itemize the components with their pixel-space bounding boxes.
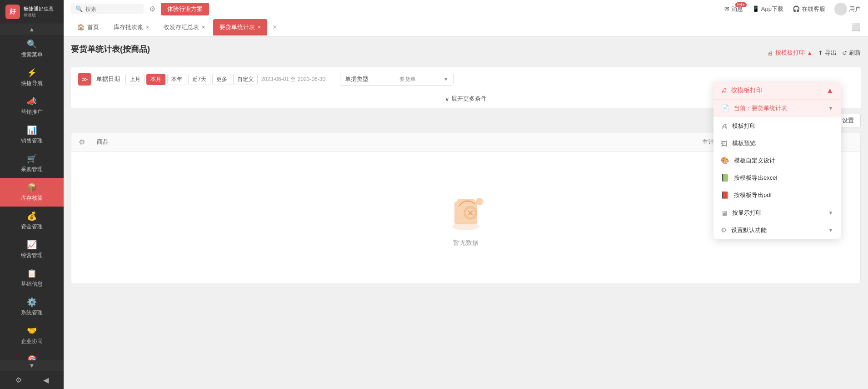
search-input[interactable]: [85, 6, 131, 12]
sidebar-item-search[interactable]: 🔍 搜索菜单: [0, 35, 64, 63]
current-template-arrow: ▼: [828, 105, 833, 111]
print-btn[interactable]: 🖨 按模板打印 ▲: [768, 49, 813, 57]
scroll-down-btn[interactable]: ▼: [0, 360, 64, 371]
export-pdf-item[interactable]: 📕 按模板导出pdf: [713, 187, 841, 204]
set-default-left: ⚙ 设置默认功能: [721, 226, 767, 234]
tab-close-all[interactable]: ×: [273, 23, 277, 31]
tab-order-stats[interactable]: 要货单统计表 ×: [213, 19, 267, 35]
app-badge: 标准版: [24, 12, 54, 18]
sidebar-item-operations[interactable]: 📈 经营管理: [0, 235, 64, 264]
app-download-item[interactable]: 📱 App下载: [752, 5, 783, 13]
phone-icon: 📱: [752, 5, 759, 12]
operations-icon: 📈: [27, 240, 37, 250]
export-pdf-label: 按模板导出pdf: [734, 191, 772, 199]
template-preview-item[interactable]: 🖼 模板预览: [713, 135, 841, 152]
topbar-search-box[interactable]: 🔍: [71, 4, 144, 14]
sidebar-item-label: 销售管理: [21, 137, 43, 145]
tab-close-receivable[interactable]: ×: [202, 24, 205, 30]
set-default-arrow: ▼: [828, 227, 833, 233]
page-title: 要货单统计表(按商品): [71, 44, 150, 55]
tab-batch[interactable]: 库存批次账 ×: [107, 19, 155, 35]
tab-close-order-stats[interactable]: ×: [258, 24, 261, 30]
sidebar-item-label: 采购管理: [21, 166, 43, 173]
display-print-icon: 🖥: [721, 209, 728, 217]
content-area: 要货单统计表(按商品) 🖨 按模板打印 ▲ ⬆ 导出 ↺ 刷新 ≫: [64, 36, 868, 389]
date-btn-custom[interactable]: 自定义: [233, 74, 258, 85]
online-service-item[interactable]: 🎧 在线客服: [793, 5, 825, 13]
template-preview-label: 模板预览: [732, 139, 756, 147]
col-product: 商品: [97, 138, 689, 147]
settings-btn[interactable]: ⚙: [15, 376, 22, 384]
sidebar-item-collab[interactable]: 🤝 企业协同: [0, 321, 64, 350]
search-icon: 🔍: [27, 39, 37, 49]
display-print-left: 🖥 按显示打印: [721, 209, 762, 217]
sidebar-logo: 好 畅捷通好生意 标准版: [0, 0, 64, 24]
export-pdf-icon: 📕: [721, 191, 729, 199]
date-btn-this-month[interactable]: 本月: [146, 74, 165, 85]
current-template-item[interactable]: 📄 当前：要货单统计表 ▼: [713, 100, 841, 117]
sidebar-item-basic[interactable]: 📋 基础信息: [0, 264, 64, 293]
sidebar-scroll: 🔍 搜索菜单 ⚡ 快捷导航 📣 营销推广 📊 销售管理 🛒 采购管理 📦 库存核…: [0, 35, 64, 360]
template-design-item[interactable]: 🎨 模板自定义设计: [713, 152, 841, 169]
print-dropdown: 🖨 按模板打印 ▲ 📄 当前：要货单统计表 ▼ 🖨 模板打印: [713, 82, 841, 239]
user-item[interactable]: 用户: [834, 3, 861, 15]
tab-close-batch[interactable]: ×: [146, 24, 149, 30]
sidebar-item-purchase[interactable]: 🛒 采购管理: [0, 149, 64, 178]
template-print-item[interactable]: 🖨 模板打印: [713, 117, 841, 135]
set-default-item[interactable]: ⚙ 设置默认功能 ▼: [713, 222, 841, 239]
collapse-btn[interactable]: ◀: [43, 376, 49, 384]
export-icon: ⬆: [818, 50, 823, 56]
empty-text: 暂无数据: [453, 239, 479, 247]
current-template-icon: 📄: [721, 104, 729, 112]
sidebar-item-quicknav[interactable]: ⚡ 快捷导航: [0, 63, 64, 92]
gear-icon[interactable]: ⚙: [149, 5, 155, 13]
export-btn[interactable]: ⬆ 导出: [818, 49, 837, 57]
refresh-label: 刷新: [849, 49, 861, 57]
table-settings-icon[interactable]: ⚙: [79, 138, 97, 147]
tab-receivable[interactable]: 收发存汇总表 ×: [157, 19, 211, 35]
sidebar-item-guide[interactable]: 🎯 新手引导: [0, 350, 64, 360]
print-dropdown-title-text: 按模板打印: [731, 86, 763, 95]
topbar-right: ✉ 消息 99+ 📱 App下载 🎧 在线客服 用户: [724, 3, 861, 15]
scroll-up-btn[interactable]: ▲: [0, 24, 64, 35]
filter-expand-icon[interactable]: ≫: [78, 73, 91, 86]
system-icon: ⚙️: [27, 297, 37, 307]
sidebar-item-inventory[interactable]: 📦 库存核算: [0, 178, 64, 207]
date-btn-more[interactable]: 更多: [212, 74, 231, 85]
sidebar: 好 畅捷通好生意 标准版 ▲ 🔍 搜索菜单 ⚡ 快捷导航 📣 营销推广 📊 销售…: [0, 0, 64, 389]
sidebar-item-label: 资金管理: [21, 223, 43, 231]
date-btn-this-year[interactable]: 本年: [167, 74, 186, 85]
messages-item[interactable]: ✉ 消息 99+: [724, 5, 743, 13]
print-arrow: ▲: [807, 50, 813, 56]
tab-label: 收发存汇总表: [164, 23, 199, 31]
expand-conditions-btn[interactable]: ∨ 展开更多条件: [445, 95, 487, 103]
sidebar-item-finance[interactable]: 💰 资金管理: [0, 207, 64, 235]
template-print-left: 🖨 模板打印: [721, 122, 756, 130]
set-default-label: 设置默认功能: [731, 226, 767, 234]
tab-home[interactable]: 🏠 首页: [71, 19, 105, 35]
export-excel-left: 📗 按模板导出excel: [721, 174, 777, 182]
display-print-item[interactable]: 🖥 按显示打印 ▼: [713, 204, 841, 222]
date-btn-last-month[interactable]: 上月: [125, 74, 145, 85]
date-btn-7days[interactable]: 近7天: [188, 74, 210, 85]
sidebar-item-label: 快捷导航: [21, 80, 43, 87]
refresh-btn[interactable]: ↺ 刷新: [842, 49, 861, 57]
order-type-dropdown[interactable]: 单据类型 要货单 ▼: [340, 73, 454, 86]
sidebar-item-system[interactable]: ⚙️ 系统管理: [0, 293, 64, 321]
app-name: 畅捷通好生意: [24, 5, 54, 12]
sidebar-item-sales[interactable]: 📊 销售管理: [0, 121, 64, 149]
top-action-bar: 🖨 按模板打印 ▲ ⬆ 导出 ↺ 刷新: [768, 49, 861, 57]
basic-icon: 📋: [27, 268, 37, 278]
template-design-icon: 🎨: [721, 157, 729, 165]
export-excel-item[interactable]: 📗 按模板导出excel: [713, 169, 841, 187]
messages-badge: 99+: [735, 2, 747, 7]
sidebar-item-label: 系统管理: [21, 309, 43, 317]
user-avatar: [834, 3, 847, 15]
sidebar-item-marketing[interactable]: 📣 营销推广: [0, 92, 64, 121]
purchase-icon: 🛒: [27, 154, 37, 164]
industry-btn[interactable]: 体验行业方案: [161, 3, 209, 15]
print-dropdown-close[interactable]: ▲: [826, 86, 833, 95]
tab-maximize[interactable]: ⬜: [852, 23, 861, 31]
export-label: 导出: [825, 49, 837, 57]
app-download-label: App下载: [761, 5, 783, 13]
